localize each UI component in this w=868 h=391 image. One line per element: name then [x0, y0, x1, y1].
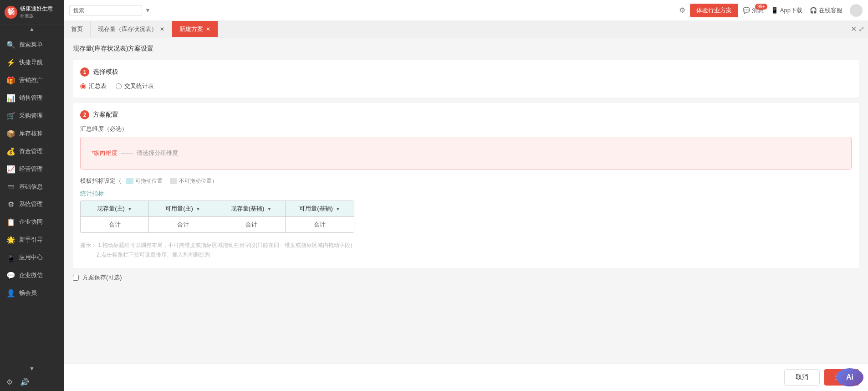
hint-1: 2.点击标题栏下拉可设置排序、插入列和删除列 [80, 251, 852, 259]
dimension-required-label: *纵向维度 [92, 149, 117, 157]
tab-inventory-close-icon[interactable]: ✕ [160, 26, 164, 32]
main-area: ▼ ⚙ 体验行业方案 💬 消息 99+ 📱 App下载 🎧 在线客服 首页 [64, 0, 868, 391]
sidebar-item-search[interactable]: 🔍 搜索菜单 [0, 36, 64, 54]
app-icon: 📱 [771, 7, 778, 14]
sidebar-item-sales[interactable]: 📊 销售管理 [0, 89, 64, 107]
stats-col-1[interactable]: 可用量(主) ▼ [149, 201, 217, 216]
sidebar-scroll-down[interactable]: ▼ [0, 365, 64, 373]
indicator-legend: 可拖动位置 不可拖动位置） [126, 177, 217, 185]
volume-icon[interactable]: 🔊 [20, 378, 29, 386]
main-content: 现存量(库存状况表)方案设置 1 选择模板 汇总表 交叉统计表 2 [64, 37, 868, 363]
stats-body-col-1: 合计 [149, 217, 217, 232]
save-checkbox[interactable] [73, 275, 79, 281]
message-button[interactable]: 💬 消息 99+ [743, 6, 764, 15]
sidebar-item-label: 应用中心 [19, 253, 43, 262]
close-panel-button[interactable]: ✕ [851, 25, 857, 33]
non-draggable-legend-box [170, 178, 177, 184]
stats-body-col-0: 合计 [81, 217, 149, 232]
sidebar-item-system[interactable]: ⚙ 系统管理 [0, 196, 64, 213]
system-icon: ⚙ [6, 200, 15, 209]
sidebar-item-wechat[interactable]: 💬 企业微信 [0, 267, 64, 284]
search-input[interactable] [69, 5, 142, 16]
finance-icon: 💰 [6, 147, 15, 156]
cancel-button[interactable]: 取消 [784, 369, 820, 386]
tab-new-plan[interactable]: 新建方案 ✕ [172, 21, 218, 37]
stats-body-row: 合计 合计 合计 合计 [81, 216, 354, 232]
stats-col-3[interactable]: 可用量(基辅) ▼ [286, 201, 354, 216]
sidebar-item-label: 销售管理 [19, 94, 43, 102]
template-summary-option[interactable]: 汇总表 [80, 82, 107, 90]
template-radio-group: 汇总表 交叉统计表 [80, 82, 852, 90]
sales-icon: 📊 [6, 94, 15, 103]
dimension-box[interactable]: *纵向维度 —— 请选择分组维度 [80, 137, 852, 170]
app-download-label: App下载 [780, 6, 802, 15]
basic-info-icon: 🗃 [6, 183, 15, 191]
trial-button[interactable]: 体验行业方案 [690, 4, 738, 17]
sidebar-item-inventory[interactable]: 📦 库存核算 [0, 125, 64, 143]
marketing-icon: 🎁 [6, 76, 15, 85]
col3-chevron-icon[interactable]: ▼ [336, 206, 340, 211]
tabbar: 首页 现存量（库存状况表） ✕ 新建方案 ✕ ✕ ⤢ [64, 21, 868, 37]
sidebar-item-label: 库存核算 [19, 129, 43, 138]
gear-icon[interactable]: ⚙ [679, 6, 685, 15]
tab-new-plan-close-icon[interactable]: ✕ [206, 26, 210, 32]
sidebar-item-basic-info[interactable]: 🗃 基础信息 [0, 178, 64, 196]
settings-icon[interactable]: ⚙ [6, 378, 13, 386]
sidebar-scroll-up[interactable]: ▲ [0, 25, 64, 33]
quick-nav-icon: ⚡ [6, 58, 15, 67]
non-draggable-legend: 不可拖动位置） [170, 177, 217, 185]
template-cross-option[interactable]: 交叉统计表 [116, 82, 154, 90]
service-label: 在线客服 [819, 6, 842, 15]
tab-inventory-status[interactable]: 现存量（库存状况表） ✕ [91, 21, 172, 37]
new-guide-icon: 🌟 [6, 236, 15, 244]
sidebar-item-enterprise[interactable]: 📋 企业协同 [0, 213, 64, 231]
stats-col-2[interactable]: 现存量(基辅) ▼ [217, 201, 286, 216]
sidebar-item-finance[interactable]: 💰 资金管理 [0, 143, 64, 160]
topbar-right: 💬 消息 99+ 📱 App下载 🎧 在线客服 [743, 4, 863, 17]
section1-header: 1 选择模板 [80, 67, 852, 77]
stats-header-row: 现存量(主) ▼ 可用量(主) ▼ 现存量(基辅) ▼ 可用量(基辅) [81, 201, 354, 216]
template-summary-radio[interactable] [80, 83, 86, 89]
expand-panel-button[interactable]: ⤢ [858, 25, 864, 33]
app-logo: 畅 畅康通好生意 标准版 [0, 0, 64, 25]
step2-badge: 2 [80, 110, 89, 119]
member-icon: 👤 [6, 289, 15, 298]
sidebar-item-member[interactable]: 👤 畅会员 [0, 284, 64, 302]
sidebar-item-app-center[interactable]: 📱 应用中心 [0, 249, 64, 267]
sidebar-item-label: 系统管理 [19, 200, 43, 208]
section2-header: 2 方案配置 [80, 110, 852, 119]
template-cross-radio[interactable] [116, 83, 122, 89]
search-menu-icon: 🔍 [6, 41, 15, 49]
online-service-button[interactable]: 🎧 在线客服 [810, 6, 842, 15]
app-download-button[interactable]: 📱 App下载 [771, 6, 802, 15]
hint-0: 提示： 1.拖动标题栏可以调整布局，不可跨维度或指标区域拖动栏目字段(只能在同一… [80, 242, 852, 249]
tab-home[interactable]: 首页 [64, 21, 91, 37]
sidebar-item-operation[interactable]: 📈 经营管理 [0, 160, 64, 178]
stats-table: 现存量(主) ▼ 可用量(主) ▼ 现存量(基辅) ▼ 可用量(基辅) [80, 201, 354, 233]
hint-text-0: 1.拖动标题栏可以调整布局，不可跨维度或指标区域拖动栏目字段(只能在同一维度或指… [98, 242, 352, 248]
sidebar-footer: ⚙ 🔊 [0, 373, 64, 391]
col2-chevron-icon[interactable]: ▼ [267, 206, 271, 211]
col1-chevron-icon[interactable]: ▼ [196, 206, 200, 211]
sidebar-item-new-guide[interactable]: 🌟 新手引导 [0, 231, 64, 249]
sidebar-item-purchase[interactable]: 🛒 采购管理 [0, 107, 64, 125]
ai-button[interactable]: Ai [836, 368, 863, 386]
hint-prefix-0: 提示： [80, 242, 97, 248]
dropdown-icon[interactable]: ▼ [145, 7, 151, 14]
stats-col-0-label: 现存量(主) [97, 205, 125, 213]
sidebar-item-label: 新手引导 [19, 236, 43, 244]
tab-inventory-label: 现存量（库存状况表） [98, 25, 157, 33]
user-avatar[interactable] [850, 4, 863, 17]
step1-badge: 1 [80, 67, 89, 77]
template-cross-label: 交叉统计表 [124, 82, 154, 90]
sidebar-item-label: 经营管理 [19, 165, 43, 173]
stats-col-0[interactable]: 现存量(主) ▼ [81, 201, 149, 216]
sidebar-item-label: 资金管理 [19, 147, 43, 155]
col0-chevron-icon[interactable]: ▼ [128, 206, 132, 211]
draggable-legend: 可拖动位置 [126, 177, 163, 185]
hint-text-1: 2.点击标题栏下拉可设置排序、插入列和删除列 [97, 252, 210, 258]
sidebar-item-quick-nav[interactable]: ⚡ 快捷导航 [0, 54, 64, 72]
sidebar-item-marketing[interactable]: 🎁 营销推广 [0, 72, 64, 89]
topbar-search-area: ▼ [69, 5, 674, 16]
hints-section: 提示： 1.拖动标题栏可以调整布局，不可跨维度或指标区域拖动栏目字段(只能在同一… [80, 242, 852, 259]
